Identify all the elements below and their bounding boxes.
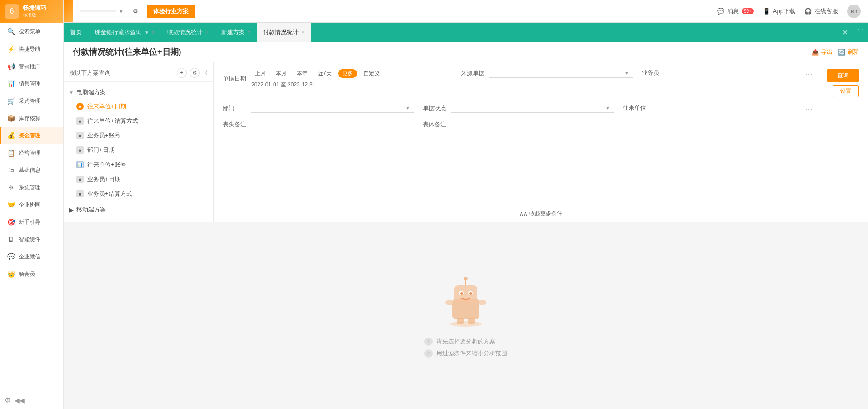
salesman-label: 业务员 (642, 69, 667, 77)
table-body-note-input[interactable] (451, 119, 614, 130)
quicknav-icon: ⚡ (7, 45, 15, 53)
scheme-mobile-group: ▶ 移动端方案 (64, 203, 213, 217)
sidebar-item-member[interactable]: 👑 畅会员 (0, 265, 63, 283)
page-title: 付款情况统计(往来单位+日期) (73, 46, 181, 57)
pc-group-label: 电脑端方案 (76, 88, 106, 96)
scheme-settings-btn[interactable]: ⚙ (190, 68, 200, 78)
scheme-add-btn[interactable]: + (177, 68, 187, 78)
doc-status-item: 单据状态 ▼ (423, 104, 614, 113)
scheme-item-6[interactable]: ■ 业务员+结算方式 (64, 187, 213, 201)
counterpart-ellipsis[interactable]: … (805, 104, 813, 112)
sidebar-item-marketing[interactable]: 📢 营销推广 (0, 58, 63, 75)
dept-select[interactable]: ▼ (251, 104, 414, 113)
scheme-pc-group-title[interactable]: ▼ 电脑端方案 (64, 86, 213, 99)
filter-row-3: 表头备注 表体备注 (223, 119, 859, 130)
sidebar-item-inventory[interactable]: 📦 库存核算 (0, 110, 63, 127)
tab-payment[interactable]: 付款情况统计 × (257, 23, 310, 42)
date-btn-last-month[interactable]: 上月 (251, 69, 269, 78)
counterpart-label: 往来单位 (623, 104, 648, 112)
message-icon: 💬 (717, 8, 724, 15)
tab-newplan[interactable]: 新建方案 × (215, 23, 257, 42)
doc-date-label: 单据日期 (223, 75, 248, 83)
setting-btn[interactable]: 设置 (833, 85, 859, 97)
date-btn-this-year[interactable]: 本年 (293, 69, 311, 78)
scheme-sidebar-actions: + ⚙ 《 (177, 68, 208, 78)
tab-cashflow-close[interactable]: × (152, 30, 155, 35)
header-gear[interactable]: ⚙ (129, 5, 142, 18)
sidebar-item-sysmanage[interactable]: ⚙ 系统管理 (0, 179, 63, 196)
trial-btn[interactable]: 体验行业方案 (147, 5, 195, 18)
sidebar-collapse-btn[interactable]: ◀◀ (15, 397, 25, 404)
date-btn-custom[interactable]: 自定义 (360, 69, 384, 78)
source-doc-label: 来源单据 (461, 69, 486, 77)
wechat-icon: 💬 (7, 252, 15, 261)
sidebar-item-basicinfo[interactable]: 🗂 基础信息 (0, 162, 63, 179)
dept-label: 部门 (223, 104, 248, 112)
scheme-item-icon-5: ■ (76, 176, 84, 183)
tab-receipts-close[interactable]: × (205, 30, 208, 35)
sidebar-member-label: 畅会员 (19, 270, 35, 278)
scheme-mobile-title[interactable]: ▶ 移动端方案 (64, 203, 213, 217)
scheme-collapse-btn[interactable]: 《 (202, 69, 208, 77)
svg-rect-2 (454, 285, 477, 303)
sidebar-search-label: 搜索菜单 (19, 28, 40, 35)
sidebar-item-sales[interactable]: 📊 销售管理 (0, 75, 63, 92)
tip-text-2: 用过滤条件来缩小分析范围 (436, 349, 507, 358)
user-avatar[interactable]: Rit (847, 5, 861, 18)
tab-receipts[interactable]: 收款情况统计 × (161, 23, 215, 42)
tab-home-label: 首页 (70, 28, 82, 36)
sidebar-item-operations[interactable]: 📋 经营管理 (0, 144, 63, 162)
sidebar-collab-label: 企业协同 (19, 201, 40, 209)
refresh-btn[interactable]: 🔄 刷新 (838, 48, 859, 56)
doc-status-select[interactable]: ▼ (451, 104, 614, 113)
collapse-bar[interactable]: ∧∧ 收起更多条件 (214, 205, 868, 222)
scheme-item-1[interactable]: ■ 往来单位+结算方式 (64, 114, 213, 128)
table-header-note-input[interactable] (251, 119, 414, 130)
sidebar-item-finance[interactable]: 💰 资金管理 (0, 127, 63, 144)
date-btn-last-7days[interactable]: 近7天 (314, 69, 335, 78)
scheme-item-icon-4: 📊 (76, 161, 84, 168)
scheme-item-2[interactable]: ■ 业务员+账号 (64, 128, 213, 143)
app-download-btn[interactable]: 📱 App下载 (763, 7, 795, 15)
online-service-label: 在线客服 (814, 7, 838, 15)
svg-rect-12 (468, 318, 475, 324)
source-doc-select[interactable]: ▼ (489, 69, 633, 78)
scheme-sidebar-title: 按以下方案查询 (69, 69, 110, 77)
scheme-item-4[interactable]: 📊 往来单位+账号 (64, 157, 213, 172)
breadcrumb-arrow: ▼ (118, 8, 124, 15)
tab-payment-close[interactable]: × (301, 30, 304, 35)
export-btn[interactable]: 📤 导出 (812, 48, 833, 56)
date-controls: 上月 本月 本年 近7天 更多 自定义 2022-01-01 至 2022-12… (251, 69, 384, 89)
sidebar-wechat-label: 企业微信 (19, 253, 40, 261)
main-area: ▼ ⚙ 体验行业方案 💬 消息 99+ 📱 App下载 🎧 在线客服 (64, 0, 868, 409)
filter-form: 单据日期 上月 本月 本年 近7天 更多 自定义 (214, 62, 868, 205)
scheme-item-5[interactable]: ■ 业务员+日期 (64, 172, 213, 187)
sidebar-item-wechat[interactable]: 💬 企业微信 (0, 248, 63, 265)
tab-newplan-close[interactable]: × (248, 30, 250, 35)
top-combined-header: ▼ ⚙ 体验行业方案 💬 消息 99+ 📱 App下载 🎧 在线客服 (64, 0, 868, 23)
sidebar-search[interactable]: 🔍 搜索菜单 (0, 23, 63, 40)
tab-fullscreen[interactable]: ⛶ (853, 23, 868, 42)
scheme-item-3[interactable]: ■ 部门+日期 (64, 143, 213, 157)
salesman-ellipsis[interactable]: … (805, 69, 813, 77)
date-btn-more[interactable]: 更多 (338, 69, 357, 78)
sidebar-item-collab[interactable]: 🤝 企业协同 (0, 196, 63, 213)
sidebar-item-guide[interactable]: 🎯 新手引导 (0, 213, 63, 231)
table-body-note-item: 表体备注 (423, 119, 614, 130)
tab-home[interactable]: 首页 (64, 23, 88, 42)
sidebar-settings-btn[interactable]: ⚙ (5, 396, 11, 404)
date-btn-this-month[interactable]: 本月 (272, 69, 290, 78)
inventory-icon: 📦 (7, 114, 15, 122)
tab-close-all[interactable]: ✕ (838, 23, 853, 42)
sidebar-item-purchase[interactable]: 🛒 采购管理 (0, 92, 63, 110)
scheme-item-0[interactable]: ● 往来单位+日期 (64, 99, 213, 114)
breadcrumb-dropdown[interactable]: ▼ (80, 8, 124, 15)
sidebar-item-hardware[interactable]: 🖥 智能硬件 (0, 231, 63, 248)
tab-cashflow[interactable]: 现金银行流水查询 ▼ × (88, 23, 161, 42)
message-btn[interactable]: 💬 消息 99+ (717, 7, 754, 15)
query-btn[interactable]: 查询 (827, 69, 859, 82)
tip-text-1: 请先选择要分析的方案 (436, 338, 495, 346)
counterpart-input-area (651, 108, 800, 108)
online-service-btn[interactable]: 🎧 在线客服 (804, 7, 838, 15)
sidebar-item-quicknav[interactable]: ⚡ 快捷导航 (0, 40, 63, 58)
